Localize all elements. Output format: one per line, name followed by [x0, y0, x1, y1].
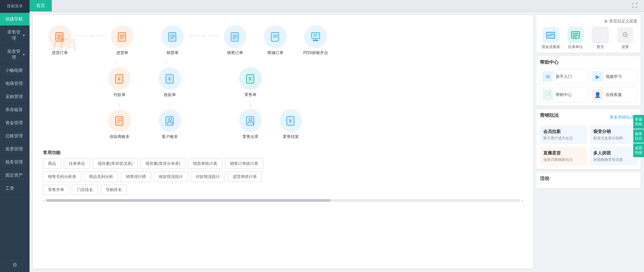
help-label: 帮助中心	[556, 92, 572, 98]
scroll-right-icon[interactable]: ›	[521, 198, 523, 203]
sidebar-item-xiaochang[interactable]: 小畅电商	[0, 64, 30, 77]
marketing-group[interactable]: 多人拼团 拼团购物享受优惠	[590, 147, 637, 166]
sidebar-item-purchase[interactable]: 采购管理	[0, 90, 30, 103]
sidebar-item-inventory[interactable]: 库存核算	[0, 103, 30, 117]
wf-node-xiaoshoudd[interactable]: 销售订单	[218, 25, 252, 56]
func-grid-2: 销售毛利分析表 商品毛利分析 销售排行榜 收款情况统计 付款情况统计 进货单统计…	[43, 172, 523, 182]
func-btn-store-rank[interactable]: 门店排名	[72, 185, 98, 195]
func-btn-payment-stat[interactable]: 付款情况统计	[191, 172, 225, 182]
marketing-section: 营销玩法 更多营销玩法 > 会员拉新 吸引用户成为会员 裂变分销 裂变式发展分销…	[537, 109, 641, 169]
float-btn-desktop[interactable]: 桌面快捷	[633, 143, 644, 157]
wf-node-shoukuan[interactable]: ¥ 收款单	[153, 67, 187, 98]
tab-actions: ⛶	[629, 3, 644, 9]
down-arrow-lingshou: ↓	[234, 101, 267, 108]
item-label: 零售管理	[5, 29, 22, 41]
func-btn-partner[interactable]: 往来单位	[64, 158, 90, 169]
shortcut-cashflow[interactable]: 现金流量表	[540, 27, 561, 49]
node-label: 供应商账本	[109, 134, 130, 140]
float-btn-support[interactable]: 客服热线	[633, 115, 644, 129]
marketing-fission[interactable]: 裂变分销 裂变式发展分销商	[590, 125, 637, 144]
expand-icon[interactable]: ⛶	[629, 1, 641, 10]
sidebar-item-salary[interactable]: 工资	[0, 182, 30, 195]
sidebar-item-fixed-assets[interactable]: 固定资产	[0, 169, 30, 182]
shangchengdd-icon	[264, 25, 287, 48]
func-btn-purchase-stat[interactable]: 进货单统计表	[228, 172, 262, 182]
func-btn-sales-rank[interactable]: 销售排行榜	[121, 172, 151, 182]
partner-icon	[567, 27, 584, 43]
help-item-chat[interactable]: 👤 在线客服	[590, 87, 637, 102]
svg-text:¥: ¥	[289, 118, 292, 124]
workflow-area: 进货订单 →	[36, 18, 530, 146]
help-item-beginner[interactable]: ✉ 新手入门	[540, 69, 587, 84]
func-btn-sales-order-stat[interactable]: 销售订单统计表	[225, 158, 263, 169]
tab-label: 首页	[36, 3, 45, 8]
wf-node-shangchengdd[interactable]: 商城订单	[259, 25, 292, 56]
wf-node-lingshouzhangsuan[interactable]: ¥ 零售结算	[274, 109, 308, 140]
sidebar-item-finance[interactable]: 资金管理	[0, 117, 30, 130]
down-arrow-fukuan: ↓	[103, 101, 136, 108]
marketing-member[interactable]: 会员拉新 吸引用户成为会员	[540, 125, 587, 144]
func-btn-goods[interactable]: 商品	[43, 158, 61, 169]
func-btn-guide-rank[interactable]: 导购排名	[101, 185, 127, 195]
wf-node-fukuan[interactable]: ¥ 付款单	[103, 67, 136, 98]
down-arrow-xiaohuo: ↓	[150, 59, 183, 66]
func-btn-goods-profit[interactable]: 商品毛利分析	[84, 172, 118, 182]
sidebar-item-invoice[interactable]: 发票管理	[0, 143, 30, 156]
scroll-left-icon[interactable]: ‹	[43, 198, 45, 203]
none-icon	[592, 27, 608, 43]
help-item-video[interactable]: ▶ 视频学习	[590, 69, 637, 84]
help-section: 帮助中心 ✉ 新手入门 ▶ 视频学习 📄 帮助中心 👤	[537, 56, 641, 106]
right-panel: ⚙ 首页自定义设置	[537, 12, 644, 272]
sidebar-item-ledger[interactable]: 总账管理	[0, 130, 30, 143]
sidebar-item-tax[interactable]: 税务管理	[0, 156, 30, 169]
activity-title: 活动	[540, 176, 637, 182]
func-btn-retail-order[interactable]: 零售开单	[43, 185, 69, 195]
help-title: 帮助中心	[540, 59, 637, 65]
func-btn-sales-profit[interactable]: 销售毛利分析表	[43, 172, 81, 182]
sidebar-search[interactable]: 搜索菜单	[0, 0, 30, 13]
func-btn-stock2[interactable]: 现存量(库存分布表)	[140, 158, 185, 169]
shortcut-settings[interactable]: ⚙ 设置	[614, 27, 636, 49]
sidebar-item-wholesale[interactable]: 批发管理 ▼	[0, 45, 30, 64]
wf-node-pos[interactable]: POS收银开台	[299, 25, 332, 56]
sidebar-item-retail[interactable]: 零售管理 ▼	[0, 26, 30, 45]
wf-node-kehu[interactable]: 客户账本	[153, 109, 187, 140]
workflow-row-1: 进货订单 →	[43, 25, 523, 56]
down-icon: ↓	[234, 102, 267, 107]
sidebar-item-ecommerce[interactable]: 电商管理	[0, 77, 30, 90]
scroll-thumb	[46, 199, 331, 202]
shortcut-none[interactable]: 暂无	[590, 27, 611, 49]
wf-node-jinhuo[interactable]: 进货单	[105, 25, 139, 56]
logo-area: iTA	[38, 23, 91, 66]
svg-text:¥: ¥	[118, 76, 121, 82]
sidebar-item-quick-nav[interactable]: 快捷导航	[0, 13, 30, 26]
func-btn-sales-stat[interactable]: 销货单统计表	[188, 158, 222, 169]
wf-node-lingshou[interactable]: ¥ 零售单	[234, 67, 267, 98]
help-label: 新手入门	[556, 74, 572, 80]
kehu-icon	[158, 109, 181, 132]
item-label: 采购管理	[5, 94, 23, 100]
chevron-down-icon: ▼	[22, 53, 26, 56]
float-btn-community[interactable]: 服务社区	[633, 129, 644, 143]
marketing-item-desc: 场景式购物新玩法	[543, 157, 584, 162]
settings-gear-icon[interactable]: ⚙	[0, 258, 30, 272]
wf-node-lingshouchuku[interactable]: 零售出库	[234, 109, 267, 140]
wf-node-gongyingshang[interactable]: 供应商账本	[103, 109, 136, 140]
func-btn-stock1[interactable]: 现存量(库存状况表)	[93, 158, 138, 169]
wf-node-xiaohuo[interactable]: 销货单	[156, 25, 189, 56]
down-icon: ↓	[103, 102, 136, 107]
marketing-live[interactable]: 直播卖货 场景式购物新玩法	[540, 147, 587, 166]
shortcuts-setting-label[interactable]: 首页自定义设置	[609, 18, 637, 24]
shortcut-partner[interactable]: 往来单位	[565, 27, 586, 49]
logo-text: iTA	[52, 35, 77, 55]
shoukuan-icon: ¥	[158, 67, 181, 90]
arrow-line	[208, 36, 218, 36]
common-functions: 常用功能 商品 往来单位 现存量(库存状况表) 现存量(库存分布表) 销货单统计…	[36, 146, 530, 207]
help-item-helpcenter[interactable]: 📄 帮助中心	[540, 87, 587, 102]
shortcuts-section: ⚙ 首页自定义设置	[537, 15, 641, 53]
workflow-row-2: ¥ 付款单 ¥	[43, 67, 523, 98]
item-label: 工资	[5, 185, 14, 191]
func-btn-receipt-stat[interactable]: 收款情况统计	[154, 172, 188, 182]
arrow-left-icon: →	[201, 32, 207, 39]
tab-home[interactable]: 首页	[30, 0, 52, 11]
